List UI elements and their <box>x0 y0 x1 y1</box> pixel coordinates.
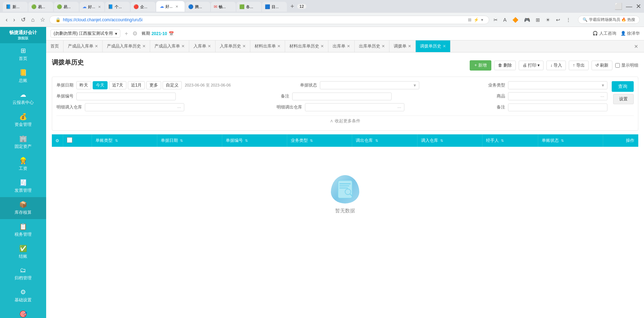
note2-input[interactable] <box>508 104 607 111</box>
page-tab-5[interactable]: 入库单历史 ✕ <box>215 40 250 52</box>
col-doc-no[interactable]: 单据编号 ⇅ <box>222 134 287 147</box>
browser-tab-5[interactable]: 📘 个... <box>105 2 130 12</box>
sidebar-item-wage[interactable]: 👷 工资 <box>0 153 46 175</box>
export-button[interactable]: ↑ 导出 <box>569 61 588 70</box>
settings-button[interactable]: ⚙ <box>132 30 137 37</box>
close-tab-1-icon[interactable]: ✕ <box>95 44 98 49</box>
period-selector[interactable]: 账期 2021-10 📅 <box>142 30 174 37</box>
page-tab-1[interactable]: 产成品入库单 ✕ <box>64 40 103 52</box>
print-button[interactable]: 🖨 打印 ▾ <box>519 61 544 70</box>
col-checkbox[interactable] <box>63 134 92 147</box>
close-tab-9-icon[interactable]: ✕ <box>382 44 385 49</box>
col-doc-status[interactable]: 单账状态 ⇅ <box>538 134 603 147</box>
display-toggle-checkbox[interactable] <box>615 63 620 68</box>
page-tab-home[interactable]: 首页 <box>46 40 64 52</box>
address-dropdown-icon[interactable]: ▾ <box>481 17 483 22</box>
close-tab-8-icon[interactable]: ✕ <box>347 44 350 49</box>
col-biz-type[interactable]: 业务类型 ⇅ <box>287 134 352 147</box>
collapse-bar[interactable]: ∧ 收起更多条件 <box>56 116 634 126</box>
browser-tab-2[interactable]: 🟢 易... <box>28 2 53 12</box>
user-service-button[interactable]: 🎧 人工咨询 <box>593 30 616 37</box>
sidebar-item-asset[interactable]: 🏢 固定资产 <box>0 131 46 153</box>
close-tab-3-icon[interactable]: ✕ <box>181 44 185 49</box>
delete-button[interactable]: 🗑 删除 <box>494 61 516 70</box>
page-tab-3[interactable]: 产成品入库单 ✕ <box>150 40 189 52</box>
col-in-warehouse[interactable]: 调入仓库 ⇅ <box>417 134 482 147</box>
sidebar-item-tax[interactable]: 📋 税务管理 <box>0 219 46 241</box>
page-tab-10[interactable]: 调拨单 ✕ <box>389 40 416 52</box>
page-tab-8[interactable]: 出库单 ✕ <box>328 40 355 52</box>
page-tab-2[interactable]: 产成品入库单历史 ✕ <box>103 40 150 52</box>
browser-tab-1[interactable]: 📘 新... <box>3 2 28 12</box>
close-tab-4-icon[interactable]: ✕ <box>98 5 101 9</box>
sidebar-item-basic[interactable]: ⚙ 基础设置 <box>0 285 46 307</box>
today-btn[interactable]: 今天 <box>93 81 108 89</box>
home-button[interactable]: ⌂ <box>30 15 36 24</box>
detail-out-select[interactable]: ··· <box>305 103 404 111</box>
sidebar-item-archive[interactable]: 🗂 归档管理 <box>0 263 46 285</box>
browser-tab-3[interactable]: 🟢 易... <box>54 2 79 12</box>
doc-no-input[interactable] <box>76 93 176 100</box>
close-tab-7b-icon[interactable]: ✕ <box>321 44 324 49</box>
sidebar-item-fund[interactable]: 💰 资金管理 <box>0 109 46 131</box>
browser-tab-8[interactable]: 🔵 腾... <box>185 2 210 12</box>
page-tab-9[interactable]: 出库单历史 ✕ <box>355 40 389 52</box>
detail-in-select[interactable]: ··· <box>85 103 184 111</box>
brightness-icon[interactable]: ☀ <box>544 16 552 24</box>
user-avatar[interactable]: 👤 徐泽华 <box>621 30 640 37</box>
new-button[interactable]: + 新增 <box>470 60 491 71</box>
browser-tab-10[interactable]: 🟩 各... <box>236 2 261 12</box>
close-all-tabs-icon[interactable]: ✕ <box>631 44 641 49</box>
sidebar-item-guide[interactable]: 🎯 新手引导 <box>0 307 46 318</box>
history-icon[interactable]: ↩ <box>555 16 562 24</box>
custom-btn[interactable]: 自定义 <box>163 81 182 89</box>
refresh-page-button[interactable]: ↺ 刷新 <box>591 61 612 70</box>
forward-button[interactable]: › <box>12 15 16 24</box>
close-tab-11-icon[interactable]: ✕ <box>443 44 446 49</box>
back-button[interactable]: ‹ <box>4 15 9 24</box>
close-tab-4b-icon[interactable]: ✕ <box>208 44 211 49</box>
grid-icon[interactable]: ⊞ <box>534 16 541 24</box>
setting-button[interactable]: 设置 <box>613 94 634 104</box>
display-toggle[interactable]: 显示明细 <box>615 62 638 68</box>
sidebar-item-ledger[interactable]: 📒 总账 <box>0 65 46 87</box>
col-handler[interactable]: 经手人 ⇅ <box>482 134 538 147</box>
select-all-checkbox[interactable] <box>67 137 72 143</box>
yesterday-btn[interactable]: 昨天 <box>76 81 91 89</box>
biz-type-select[interactable]: ▾ <box>508 81 607 89</box>
search-box[interactable]: 🔍 学霸应聘场驱鸟员 🔥 热搜 <box>578 16 640 24</box>
bookmark-button[interactable]: ☆ <box>39 15 47 24</box>
add-company-button[interactable]: + <box>125 30 128 37</box>
note-input[interactable] <box>292 93 392 100</box>
translate-icon[interactable]: A <box>502 16 508 24</box>
company-selector[interactable]: (勿删勿禁用) 江西服宝测试专用 ▾ <box>50 29 120 38</box>
month-btn[interactable]: 近1月 <box>128 81 145 89</box>
refresh-button[interactable]: ↺ <box>20 15 27 24</box>
query-button[interactable]: 查询 <box>612 81 634 92</box>
sidebar-item-settle[interactable]: ✅ 结账 <box>0 241 46 263</box>
status-select[interactable]: ▾ <box>320 81 419 89</box>
browser-tab-6[interactable]: 🔴 企... <box>131 2 155 12</box>
sidebar-item-inventory[interactable]: 📦 库存核算 <box>0 197 46 219</box>
col-out-warehouse[interactable]: 调出仓库 ⇅ <box>352 134 417 147</box>
close-tab-2-icon[interactable]: ✕ <box>142 44 146 49</box>
close-tab-6-icon[interactable]: ✕ <box>277 44 280 49</box>
wallet-icon[interactable]: 🔶 <box>511 16 520 24</box>
browser-tab-9[interactable]: ✉ 畅... <box>211 2 236 12</box>
import-button[interactable]: ↓ 导入 <box>546 61 566 70</box>
col-doc-date[interactable]: 单据日期 ⇅ <box>157 134 222 147</box>
page-tab-11-active[interactable]: 调拨单历史 ✕ <box>416 40 451 52</box>
minimize-icon[interactable]: — <box>626 3 632 10</box>
tab-restore-icon[interactable]: ⬜ <box>615 2 622 10</box>
close-tab-5-icon[interactable]: ✕ <box>242 44 246 49</box>
close-tab-7-icon[interactable]: ✕ <box>175 5 178 9</box>
browser-tab-11[interactable]: 🟦 目... <box>262 2 287 12</box>
browser-tab-4[interactable]: ☁ 好... ✕ <box>80 2 104 12</box>
more-btn[interactable]: 更多 <box>146 81 161 89</box>
address-bar[interactable]: 🔒 https://cloud.chanjet.com/accounting/u… <box>49 16 489 24</box>
col-doc-type[interactable]: 单账类型 ⇅ <box>92 134 157 147</box>
game-icon[interactable]: 🎮 <box>523 16 531 24</box>
sidebar-item-home[interactable]: ⊞ 首页 <box>0 43 46 65</box>
col-settings[interactable]: ⚙ <box>52 134 63 147</box>
close-tab-10-icon[interactable]: ✕ <box>408 44 411 49</box>
